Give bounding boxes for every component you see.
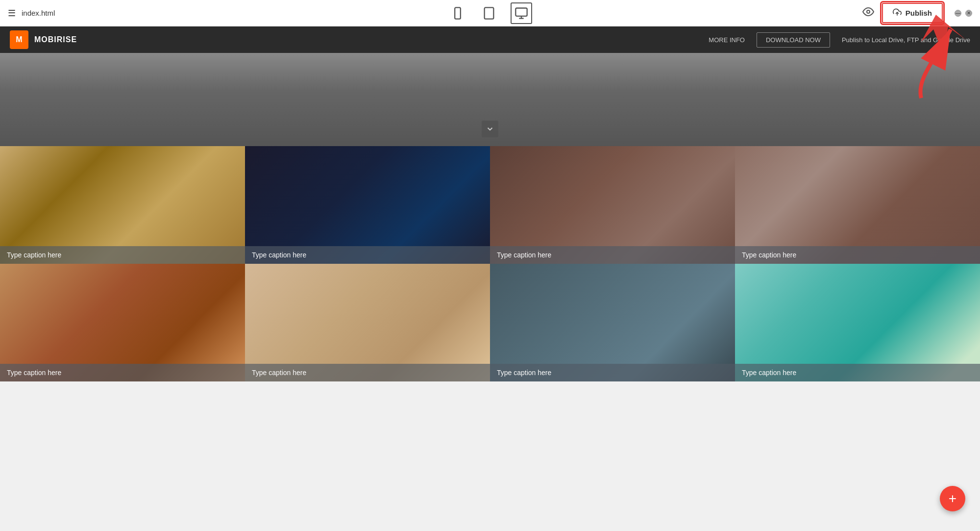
gallery-item[interactable]: Type caption here [735,146,980,264]
window-controls: — ✕ [955,10,972,17]
close-button[interactable]: ✕ [965,10,972,17]
minimize-button[interactable]: — [955,10,961,17]
file-title: index.html [22,9,55,17]
gallery-item[interactable]: Type caption here [0,264,245,381]
publish-upload-icon [893,8,902,18]
gallery-item[interactable]: Type caption here [245,146,490,264]
gallery-item[interactable]: Type caption here [0,146,245,264]
title-bar-left: ☰ index.html [8,8,55,19]
app-bar: M MOBIRISE MORE INFO DOWNLOAD NOW Publis… [0,26,980,53]
gallery-caption-7: Type caption here [490,364,735,381]
scroll-down-button[interactable] [482,121,498,137]
publish-button[interactable]: Publish [882,3,943,23]
svg-rect-4 [515,8,527,16]
app-bar-nav: MORE INFO DOWNLOAD NOW Publish to Local … [709,32,970,48]
fab-icon: + [949,491,956,506]
svg-rect-0 [455,7,461,19]
gallery-caption-2: Type caption here [245,246,490,264]
device-switcher [448,2,532,24]
download-now-button[interactable]: DOWNLOAD NOW [757,32,830,48]
gallery-caption-8: Type caption here [735,364,980,381]
title-bar: ☰ index.html [0,0,980,26]
gallery-item[interactable]: Type caption here [490,264,735,381]
gallery-item[interactable]: Type caption here [490,146,735,264]
gallery-caption-4: Type caption here [735,246,980,264]
publish-label: Publish [906,9,932,17]
gallery-caption-1: Type caption here [0,246,245,264]
preview-icon[interactable] [862,6,874,20]
hero-section [0,53,980,146]
gallery-grid: Type caption here Type caption here Type… [0,146,980,381]
app-name: MOBIRISE [34,35,77,44]
app-bar-brand: M MOBIRISE [10,30,77,49]
fab-add-button[interactable]: + [940,486,965,511]
mobile-view-button[interactable] [448,3,467,23]
publish-description: Publish to Local Drive, FTP and Google D… [842,36,970,44]
gallery-caption-5: Type caption here [0,364,245,381]
more-info-link[interactable]: MORE INFO [709,36,745,44]
gallery-caption-6: Type caption here [245,364,490,381]
svg-point-7 [867,10,870,13]
gallery-item[interactable]: Type caption here [735,264,980,381]
desktop-view-button[interactable] [511,2,532,24]
gallery-item[interactable]: Type caption here [245,264,490,381]
tablet-view-button[interactable] [479,3,499,23]
title-bar-right: Publish — ✕ [862,3,972,23]
gallery-caption-3: Type caption here [490,246,735,264]
svg-rect-2 [485,7,494,19]
menu-icon[interactable]: ☰ [8,8,16,19]
app-logo: M [10,30,28,49]
